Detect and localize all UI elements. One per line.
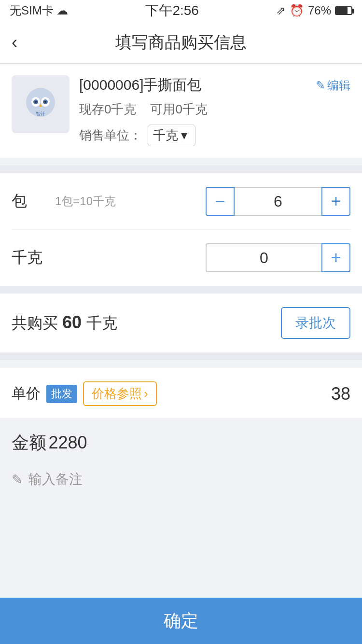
unit-value: 千克 bbox=[153, 127, 178, 144]
svg-point-5 bbox=[35, 101, 37, 103]
divider-2 bbox=[0, 286, 362, 294]
back-button[interactable]: ‹ bbox=[12, 32, 17, 53]
confirm-button[interactable]: 确定 bbox=[164, 609, 198, 633]
available-text: 可用0千克 bbox=[150, 102, 207, 116]
bao-input[interactable] bbox=[235, 187, 321, 216]
price-ref-button[interactable]: 价格参照 › bbox=[83, 381, 157, 406]
bao-minus-button[interactable]: − bbox=[206, 187, 235, 216]
bao-sub-label: 1包=10千克 bbox=[55, 194, 116, 209]
bao-plus-button[interactable]: + bbox=[321, 187, 350, 216]
amount-section: 金额 2280 ✎ 输入备注 bbox=[0, 418, 362, 500]
qianke-input[interactable] bbox=[206, 243, 321, 272]
product-stock: 现存0千克 可用0千克 bbox=[79, 101, 350, 118]
remark-icon: ✎ bbox=[12, 472, 23, 488]
remark-row[interactable]: ✎ 输入备注 bbox=[12, 462, 350, 500]
edit-button[interactable]: ✎ 编辑 bbox=[316, 78, 350, 93]
qianke-input-row: 千克 + bbox=[12, 230, 350, 286]
divider-3 bbox=[0, 352, 362, 360]
product-logo: 智计 bbox=[24, 85, 57, 124]
status-left: 无SIM卡 ☁ bbox=[10, 3, 68, 18]
battery-text: 76% bbox=[308, 4, 331, 17]
svg-text:智计: 智计 bbox=[36, 111, 45, 116]
qianke-label: 千克 bbox=[12, 247, 50, 268]
alarm-icon: ⏰ bbox=[290, 4, 304, 17]
qianke-plus-button[interactable]: + bbox=[321, 243, 350, 272]
battery-icon bbox=[335, 6, 352, 15]
price-ref-arrow: › bbox=[144, 386, 148, 401]
total-prefix: 共购买 bbox=[12, 314, 58, 332]
no-sim-text: 无SIM卡 ☁ bbox=[10, 3, 68, 18]
product-image: 智计 bbox=[12, 75, 70, 133]
price-section: 单价 批发 价格参照 › 38 bbox=[0, 368, 362, 418]
product-info: [0000006]手撕面包 ✎ 编辑 现存0千克 可用0千克 销售单位： 千克 … bbox=[79, 75, 350, 146]
divider-1 bbox=[0, 166, 362, 173]
price-ref-label: 价格参照 bbox=[92, 385, 142, 402]
edit-icon: ✎ bbox=[316, 79, 325, 92]
nav-bar: ‹ 填写商品购买信息 bbox=[0, 21, 362, 64]
product-unit-row: 销售单位： 千克 ▾ bbox=[79, 125, 350, 146]
input-section: 包 1包=10千克 − + 千克 + bbox=[0, 173, 362, 286]
bao-controls: − + bbox=[206, 187, 350, 216]
svg-point-6 bbox=[44, 101, 46, 103]
status-right: ⇗ ⏰ 76% bbox=[276, 4, 352, 17]
amount-value: 2280 bbox=[48, 433, 87, 452]
price-value: 38 bbox=[331, 384, 350, 404]
bao-label: 包 bbox=[12, 191, 50, 212]
batch-button[interactable]: 录批次 bbox=[281, 307, 350, 339]
bao-input-row: 包 1包=10千克 − + bbox=[12, 173, 350, 230]
amount-row: 金额 2280 bbox=[12, 431, 350, 462]
total-value: 60 bbox=[62, 312, 86, 332]
unit-label: 销售单位： bbox=[79, 127, 142, 144]
product-name: [0000006]手撕面包 bbox=[79, 75, 201, 95]
status-bar: 无SIM卡 ☁ 下午2:56 ⇗ ⏰ 76% bbox=[0, 0, 362, 21]
unit-dropdown-icon: ▾ bbox=[181, 128, 187, 143]
amount-label: 金额 bbox=[12, 433, 46, 452]
product-section: 智计 [0000006]手撕面包 ✎ 编辑 现存0千克 可用0千克 销售单位： … bbox=[0, 64, 362, 158]
page-title: 填写商品购买信息 bbox=[115, 31, 247, 54]
location-icon: ⇗ bbox=[276, 4, 286, 17]
price-label: 单价 bbox=[12, 384, 41, 404]
qianke-controls: + bbox=[206, 243, 350, 272]
stock-text: 现存0千克 bbox=[79, 102, 136, 116]
total-unit: 千克 bbox=[86, 314, 117, 332]
unit-select[interactable]: 千克 ▾ bbox=[148, 125, 195, 146]
confirm-bar[interactable]: 确定 bbox=[0, 598, 362, 644]
total-text: 共购买 60 千克 bbox=[12, 312, 117, 334]
edit-label: 编辑 bbox=[327, 78, 350, 93]
batch-tag: 批发 bbox=[46, 385, 77, 403]
status-time: 下午2:56 bbox=[145, 1, 199, 20]
price-left: 单价 批发 价格参照 › bbox=[12, 381, 157, 406]
total-section: 共购买 60 千克 录批次 bbox=[0, 294, 362, 352]
remark-text: 输入备注 bbox=[28, 470, 83, 489]
